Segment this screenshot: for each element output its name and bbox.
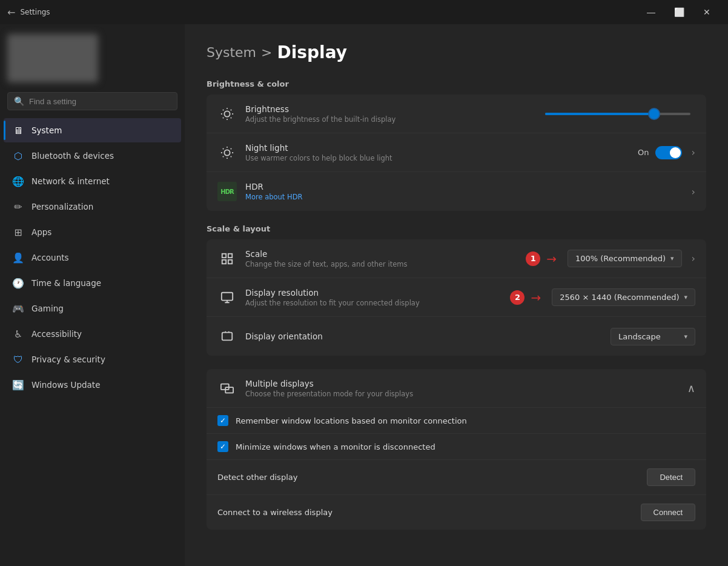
search-input[interactable]	[29, 97, 171, 106]
maximize-button[interactable]: ⬜	[665, 0, 693, 24]
night-light-label: Night light	[245, 143, 638, 153]
multiple-displays-sublabel: Choose the presentation mode for your di…	[245, 390, 687, 398]
svg-rect-21	[228, 259, 232, 263]
sidebar-item-label: Gaming	[31, 304, 64, 313]
connect-button[interactable]: Connect	[641, 504, 695, 521]
hdr-text: HDR More about HDR	[245, 182, 688, 201]
orientation-dropdown[interactable]: Landscape ▾	[611, 328, 695, 345]
hdr-right: ›	[688, 186, 695, 198]
scale-section-title: Scale & layout	[207, 224, 706, 233]
sidebar-item-system[interactable]: 🖥 System	[4, 118, 181, 142]
apps-icon: ⊞	[12, 226, 24, 238]
resolution-callout-badge: 2	[510, 290, 524, 305]
orientation-dropdown-arrow-icon: ▾	[684, 333, 687, 341]
sidebar-item-time[interactable]: 🕐 Time & language	[4, 271, 181, 295]
main-content: System > Display Brightness & color	[185, 24, 728, 566]
orientation-row[interactable]: Display orientation Landscape ▾	[207, 317, 706, 356]
close-button[interactable]: ✕	[693, 0, 721, 24]
night-light-row[interactable]: Night light Use warmer colors to help bl…	[207, 133, 706, 172]
accounts-icon: 👤	[12, 251, 24, 264]
multiple-displays-card: Multiple displays Choose the presentatio…	[207, 369, 706, 530]
scale-sublabel: Change the size of text, apps, and other…	[245, 260, 526, 268]
svg-rect-18	[222, 253, 226, 257]
brightness-control	[540, 113, 695, 115]
resolution-dropdown[interactable]: 2560 × 1440 (Recommended) ▾	[552, 288, 695, 306]
checkbox-remember-label: Remember window locations based on monit…	[236, 416, 467, 425]
brightness-section-title: Brightness & color	[207, 79, 706, 88]
multiple-displays-header[interactable]: Multiple displays Choose the presentatio…	[207, 369, 706, 408]
sidebar-item-personalization[interactable]: ✏️ Personalization	[4, 195, 181, 219]
hdr-icon: HDR	[217, 182, 237, 201]
scale-row[interactable]: Scale Change the size of text, apps, and…	[207, 239, 706, 278]
sidebar-item-apps[interactable]: ⊞ Apps	[4, 220, 181, 244]
night-light-controls: On ›	[638, 146, 695, 159]
checkbox-row-minimize[interactable]: ✓ Minimize windows when a monitor is dis…	[207, 434, 706, 460]
brightness-row[interactable]: Brightness Adjust the brightness of the …	[207, 95, 706, 133]
scale-chevron: ›	[692, 253, 695, 264]
brightness-slider-container	[540, 113, 695, 115]
sidebar-item-bluetooth[interactable]: ⬡ Bluetooth & devices	[4, 144, 181, 168]
sidebar-item-gaming[interactable]: 🎮 Gaming	[4, 296, 181, 321]
resolution-label: Display resolution	[245, 288, 510, 298]
breadcrumb-parent[interactable]: System	[207, 45, 256, 60]
sidebar-item-label: Network & internet	[31, 176, 110, 186]
window-title: Settings	[20, 8, 50, 16]
back-icon[interactable]: ←	[7, 7, 15, 18]
sidebar-item-label: Privacy & security	[31, 355, 105, 364]
orientation-value: Landscape	[618, 332, 661, 341]
scale-value: 100% (Recommended)	[575, 254, 666, 263]
hdr-sublabel[interactable]: More about HDR	[245, 193, 688, 201]
detect-row: Detect other display Detect	[207, 460, 706, 495]
detect-button[interactable]: Detect	[647, 468, 695, 486]
resolution-controls: 2 → 2560 × 1440 (Recommended) ▾	[510, 288, 695, 306]
sidebar-item-update[interactable]: 🔄 Windows Update	[4, 373, 181, 397]
resolution-sublabel: Adjust the resolution to fit your connec…	[245, 299, 510, 307]
breadcrumb-separator: >	[261, 45, 272, 60]
hdr-row[interactable]: HDR HDR More about HDR ›	[207, 172, 706, 211]
resolution-value: 2560 × 1440 (Recommended)	[560, 293, 679, 302]
resolution-row[interactable]: Display resolution Adjust the resolution…	[207, 278, 706, 317]
svg-rect-19	[228, 253, 232, 257]
brightness-thumb[interactable]	[649, 109, 659, 119]
night-light-chevron: ›	[692, 147, 695, 158]
brightness-slider[interactable]	[545, 113, 690, 115]
night-light-text: Night light Use warmer colors to help bl…	[245, 143, 638, 162]
system-icon: 🖥	[12, 124, 24, 136]
collapse-icon[interactable]: ∧	[687, 382, 695, 395]
night-light-toggle[interactable]	[655, 146, 682, 159]
minimize-button[interactable]: —	[637, 0, 665, 24]
network-icon: 🌐	[12, 175, 24, 187]
svg-line-17	[231, 148, 231, 148]
sidebar-item-accessibility[interactable]: ♿ Accessibility	[4, 322, 181, 346]
scale-dropdown[interactable]: 100% (Recommended) ▾	[568, 250, 682, 267]
svg-line-4	[231, 117, 231, 118]
checkbox-remember[interactable]: ✓	[217, 415, 228, 426]
sidebar-item-accounts[interactable]: 👤 Accounts	[4, 245, 181, 270]
brightness-text: Brightness Adjust the brightness of the …	[245, 104, 540, 124]
hdr-chevron: ›	[692, 186, 695, 198]
scale-controls: 1 → 100% (Recommended) ▾ ›	[526, 250, 695, 267]
brightness-color-card: Brightness Adjust the brightness of the …	[207, 95, 706, 211]
bluetooth-icon: ⬡	[12, 150, 24, 162]
sidebar-item-privacy[interactable]: 🛡 Privacy & security	[4, 347, 181, 371]
resolution-arrow: →	[531, 290, 541, 305]
sidebar-item-network[interactable]: 🌐 Network & internet	[4, 169, 181, 193]
scale-label: Scale	[245, 249, 526, 259]
sidebar-item-label: Accessibility	[31, 329, 82, 339]
checkbox-minimize[interactable]: ✓	[217, 441, 228, 452]
detect-label: Detect other display	[217, 473, 297, 482]
checkbox-row-remember[interactable]: ✓ Remember window locations based on mon…	[207, 408, 706, 434]
sidebar-item-label: System	[31, 125, 62, 135]
brightness-sublabel: Adjust the brightness of the built-in di…	[245, 115, 540, 124]
orientation-icon	[217, 327, 237, 346]
checkbox-minimize-label: Minimize windows when a monitor is disco…	[236, 442, 435, 451]
sidebar-item-label: Accounts	[31, 253, 69, 262]
search-icon: 🔍	[14, 96, 24, 106]
content-area: 🔍 🖥 System ⬡ Bluetooth & devices 🌐 Netwo…	[0, 24, 728, 566]
personalization-icon: ✏️	[12, 201, 24, 213]
svg-line-13	[231, 156, 231, 156]
multiple-displays-label: Multiple displays	[245, 379, 687, 388]
sidebar-item-label: Windows Update	[31, 380, 100, 390]
search-box[interactable]: 🔍	[7, 92, 177, 110]
scale-arrow: →	[546, 251, 557, 266]
